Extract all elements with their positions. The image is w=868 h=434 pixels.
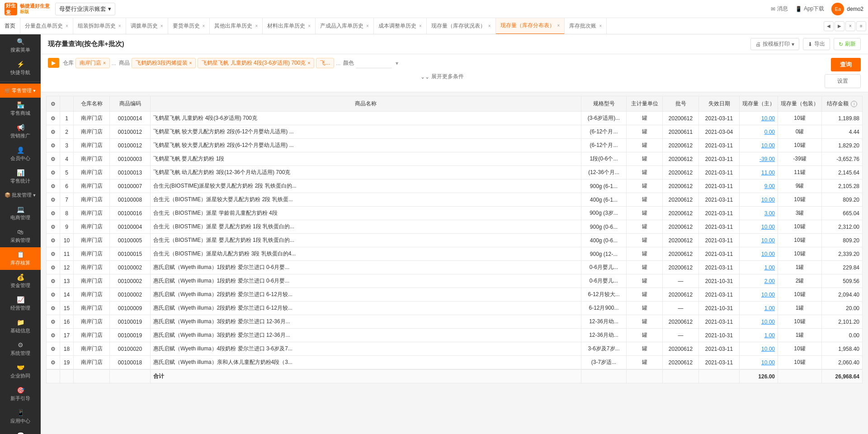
tab-next-btn[interactable]: ▶ xyxy=(835,21,844,31)
sidebar-item-retail-shop[interactable]: 🏪 零售商城 xyxy=(0,98,41,120)
row-qty-main[interactable]: 1.00 xyxy=(740,329,778,342)
tab-close-current[interactable]: × xyxy=(845,21,855,31)
tab-batch-account[interactable]: 库存批次账 × xyxy=(565,18,607,34)
goods-filter-tag-3[interactable]: 飞... xyxy=(316,58,334,68)
row-settings[interactable]: ⚙ xyxy=(47,139,60,152)
row-settings[interactable]: ⚙ xyxy=(47,166,60,179)
goods-remove-1[interactable]: × xyxy=(189,61,192,66)
query-btn[interactable]: 查询 xyxy=(831,58,861,71)
row-settings[interactable]: ⚙ xyxy=(47,125,60,139)
row-qty-main[interactable]: 2.00 xyxy=(740,274,778,288)
sidebar-item-system[interactable]: ⚙ 系统管理 xyxy=(0,338,41,360)
tab-menu-btn[interactable]: ≡ xyxy=(856,21,866,31)
sidebar-item-marketing[interactable]: 📢 营销推广 xyxy=(0,120,41,143)
tab-close-requisition[interactable]: × xyxy=(203,24,205,28)
tab-requisition[interactable]: 要货单历史 × xyxy=(168,18,210,34)
row-settings[interactable]: ⚙ xyxy=(47,342,60,356)
row-qty-main[interactable]: 9.00 xyxy=(740,179,778,193)
tab-split-history[interactable]: 分量盘点单历史 × xyxy=(20,18,73,34)
tab-close-other-out[interactable]: × xyxy=(255,24,258,28)
goods-filter-tag-2[interactable]: 飞鹤星飞帆 儿童奶粉 4段(3-6岁适用) 700克 × xyxy=(198,58,314,68)
row-qty-main[interactable]: 10.00 xyxy=(740,315,778,329)
tab-inventory-dist[interactable]: 现存量（库存分布表） × xyxy=(496,18,565,34)
filter-expand-btn[interactable]: ▶ xyxy=(48,58,59,68)
sidebar-item-wechat[interactable]: 💬 企业微信 xyxy=(0,428,41,434)
row-qty-main[interactable]: 10.00 xyxy=(740,112,778,125)
tab-inventory-status[interactable]: 现存量（库存状况表） × xyxy=(427,18,496,34)
row-settings[interactable]: ⚙ xyxy=(47,207,60,220)
row-settings[interactable]: ⚙ xyxy=(47,179,60,193)
row-settings[interactable]: ⚙ xyxy=(47,356,60,370)
sidebar-item-ecommerce[interactable]: 💻 电商管理 xyxy=(0,202,41,225)
warehouse-filter-tag[interactable]: 南岸门店 × xyxy=(75,58,110,68)
tab-close-disassembly[interactable]: × xyxy=(118,24,121,28)
tab-close-inv-status[interactable]: × xyxy=(488,24,491,28)
row-settings[interactable]: ⚙ xyxy=(47,288,60,302)
sidebar-item-inventory[interactable]: 📋 库存核算 xyxy=(0,247,41,270)
row-qty-main[interactable]: 1.00 xyxy=(740,302,778,315)
app-download-btn[interactable]: 📱 App下载 xyxy=(795,5,824,13)
tab-close-batch[interactable]: × xyxy=(599,24,602,28)
refresh-btn[interactable]: ↻ 刷新 xyxy=(834,38,861,50)
row-settings[interactable]: ⚙ xyxy=(47,220,60,234)
row-settings[interactable]: ⚙ xyxy=(47,152,60,166)
row-settings[interactable]: ⚙ xyxy=(47,315,60,329)
tab-close-material-out[interactable]: × xyxy=(308,24,311,28)
color-filter-input[interactable] xyxy=(356,58,392,68)
sidebar-item-operations[interactable]: 📈 经营管理 xyxy=(0,292,41,315)
sidebar-item-search[interactable]: 🔍 搜索英单 xyxy=(0,34,41,57)
tab-adjust[interactable]: 调拨单历史 × xyxy=(126,18,168,34)
color-filter-expand[interactable]: ▾ xyxy=(396,60,398,66)
tab-close-adjust[interactable]: × xyxy=(160,24,163,28)
sidebar-item-member[interactable]: 👤 会员中心 xyxy=(0,143,41,165)
tab-prev-btn[interactable]: ◀ xyxy=(824,21,834,31)
row-settings[interactable]: ⚙ xyxy=(47,234,60,247)
settings-btn[interactable]: 设置 xyxy=(825,74,861,88)
warehouse-remove-icon[interactable]: × xyxy=(103,61,106,66)
tab-close-split[interactable]: × xyxy=(66,24,68,28)
account-dropdown[interactable]: 母婴行业演示账套 ▾ xyxy=(55,3,115,15)
tab-home[interactable]: 首页 xyxy=(0,18,20,34)
export-btn[interactable]: ⬇ 导出 xyxy=(803,38,830,50)
tab-product-in[interactable]: 产成品入库单历史 × xyxy=(316,18,374,34)
sidebar-item-enterprise[interactable]: 🤝 企业协同 xyxy=(0,360,41,383)
row-qty-main[interactable]: 0.00 xyxy=(740,125,778,139)
row-qty-main[interactable]: 10.00 xyxy=(740,139,778,152)
col-header-settings[interactable]: ⚙ xyxy=(47,96,60,112)
goods-remove-2[interactable]: × xyxy=(307,61,310,66)
tab-close-inv-dist[interactable]: × xyxy=(557,23,560,28)
sidebar-item-finance[interactable]: 💰 资金管理 xyxy=(0,270,41,292)
row-qty-main[interactable]: 3.00 xyxy=(740,207,778,220)
row-settings[interactable]: ⚙ xyxy=(47,261,60,274)
tab-other-out[interactable]: 其他出库单历史 × xyxy=(210,18,263,34)
tab-material-out[interactable]: 材料出库单历史 × xyxy=(263,18,316,34)
row-qty-main[interactable]: 1.00 xyxy=(740,261,778,274)
tab-disassembly[interactable]: 组装拆卸单历史 × xyxy=(73,18,126,34)
sidebar-item-shortcut[interactable]: ⚡ 快捷导航 xyxy=(0,57,41,80)
row-qty-main[interactable]: -39.00 xyxy=(740,152,778,166)
sidebar-item-retail-stats[interactable]: 📊 零售统计 xyxy=(0,165,41,188)
row-qty-main[interactable]: 11.00 xyxy=(740,166,778,179)
row-qty-main[interactable]: 10.00 xyxy=(740,288,778,302)
warehouse-more[interactable]: ... xyxy=(112,60,116,66)
row-settings[interactable]: ⚙ xyxy=(47,193,60,207)
tab-cost-adjust[interactable]: 成本调整单历史 × xyxy=(374,18,427,34)
row-settings[interactable]: ⚙ xyxy=(47,302,60,315)
sidebar-item-newbie[interactable]: 🎯 新手引导 xyxy=(0,383,41,406)
row-qty-main[interactable]: 10.00 xyxy=(740,220,778,234)
row-settings[interactable]: ⚙ xyxy=(47,329,60,342)
message-btn[interactable]: ✉ 消息 xyxy=(771,5,788,13)
row-settings[interactable]: ⚙ xyxy=(47,247,60,261)
row-qty-main[interactable]: 10.00 xyxy=(740,342,778,356)
row-qty-main[interactable]: 10.00 xyxy=(740,234,778,247)
user-area[interactable]: Ea demo2 xyxy=(831,3,863,15)
expand-more-btn[interactable]: ⌄⌄ 展开更多条件 xyxy=(420,73,464,80)
row-qty-main[interactable]: 10.00 xyxy=(740,247,778,261)
row-qty-main[interactable]: 10.00 xyxy=(740,193,778,207)
sidebar-item-purchase[interactable]: 🛍 采购管理 xyxy=(0,225,41,247)
tab-close-cost-adjust[interactable]: × xyxy=(419,24,422,28)
sidebar-item-app-center[interactable]: 📱 应用中心 xyxy=(0,406,41,428)
row-settings[interactable]: ⚙ xyxy=(47,112,60,125)
sidebar-item-basic[interactable]: 📁 基础信息 xyxy=(0,315,41,338)
tab-close-product-in[interactable]: × xyxy=(366,24,369,28)
